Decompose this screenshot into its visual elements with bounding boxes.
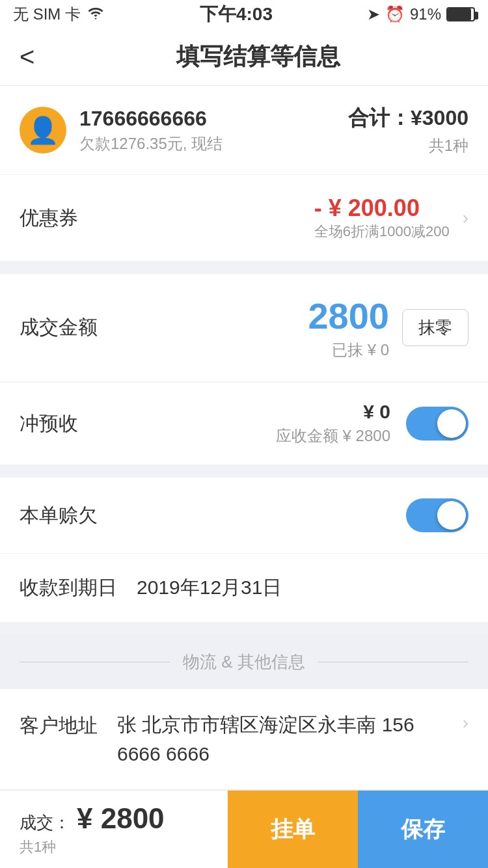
debt-toggle-track — [406, 498, 468, 532]
bottom-summary-top: 成交： ¥ 2800 — [20, 802, 208, 835]
section-divider-2 — [0, 465, 488, 478]
debt-label: 本单赊欠 — [20, 502, 98, 529]
bottom-bar: 成交： ¥ 2800 共1种 挂单 保存 — [0, 790, 488, 868]
location-icon: ➤ — [367, 5, 380, 23]
section-divider-3 — [0, 622, 488, 635]
duedate-value: 2019年12月31日 — [137, 575, 282, 601]
address-row[interactable]: 客户地址 张 北京市市辖区海淀区永丰南 156 6666 6666 › — [0, 689, 488, 789]
customer-row: 👤 17666666666 欠款1276.35元, 现结 合计：¥3000 共1… — [0, 86, 488, 174]
advance-sub: 应收金额 ¥ 2800 — [276, 426, 390, 446]
debt-toggle[interactable] — [406, 498, 468, 532]
back-button[interactable]: < — [20, 42, 47, 72]
duedate-label: 收款到期日 — [20, 575, 117, 601]
section-divider-1 — [0, 261, 488, 274]
coupon-label: 优惠券 — [20, 205, 78, 232]
address-chevron-icon: › — [463, 710, 468, 733]
avatar: 👤 — [20, 107, 66, 154]
status-time: 下午4:03 — [200, 2, 273, 27]
advance-toggle-thumb — [437, 409, 466, 438]
save-button[interactable]: 保存 — [358, 791, 488, 869]
advance-amount: ¥ 0 — [276, 401, 390, 423]
logistics-header-text: 物流 & 其他信息 — [183, 651, 305, 673]
round-button[interactable]: 抹零 — [402, 309, 468, 346]
bottom-summary-count: 共1种 — [20, 837, 208, 857]
user-icon: 👤 — [27, 115, 59, 146]
battery-bar — [446, 7, 475, 21]
save-label: 保存 — [401, 815, 445, 845]
debt-toggle-thumb — [437, 501, 466, 530]
hang-label: 挂单 — [271, 815, 315, 845]
total-amount: 合计：¥3000 — [348, 104, 468, 133]
deal-amount-row: 成交金额 2800 已抹 ¥ 0 抹零 — [0, 274, 488, 382]
advance-toggle[interactable] — [406, 407, 468, 441]
total-count: 共1种 — [348, 135, 468, 156]
status-bar: 无 SIM 卡 下午4:03 ➤ ⏰ 91% — [0, 0, 488, 29]
coupon-desc: 全场6折满1000减200 — [314, 222, 450, 241]
customer-phone: 17666666666 — [79, 107, 348, 131]
customer-info: 17666666666 欠款1276.35元, 现结 — [79, 107, 348, 154]
customer-sub: 欠款1276.35元, 现结 — [79, 133, 348, 154]
coupon-amount: - ¥ 200.00 — [314, 195, 452, 222]
total-label: 合计： — [348, 106, 411, 129]
logistics-section-header: 物流 & 其他信息 — [0, 635, 488, 689]
address-value: 张 北京市市辖区海淀区永丰南 156 6666 6666 — [117, 710, 452, 768]
bottom-summary-label: 成交： — [20, 811, 70, 834]
bottom-summary-amount: ¥ 2800 — [77, 802, 165, 835]
customer-total: 合计：¥3000 共1种 — [348, 104, 468, 156]
bottom-summary: 成交： ¥ 2800 共1种 — [0, 802, 228, 857]
advance-label: 冲预收 — [20, 411, 78, 437]
deal-amount-value: 2800 — [308, 295, 389, 337]
deal-amount-sub: 已抹 ¥ 0 — [308, 340, 389, 360]
coupon-right: - ¥ 200.00 全场6折满1000减200 › — [314, 195, 468, 241]
deal-amount-right: 2800 已抹 ¥ 0 抹零 — [308, 295, 468, 360]
deal-amount-label: 成交金额 — [20, 314, 98, 341]
alarm-icon: ⏰ — [385, 5, 405, 23]
status-left: 无 SIM 卡 — [13, 4, 105, 25]
page-title: 填写结算等信息 — [47, 41, 468, 73]
debt-row: 本单赊欠 — [0, 478, 488, 553]
chevron-right-icon: › — [463, 208, 468, 228]
battery-text: 91% — [410, 5, 441, 23]
hang-button[interactable]: 挂单 — [228, 791, 358, 869]
no-sim-text: 无 SIM 卡 — [13, 4, 81, 25]
nav-bar: < 填写结算等信息 — [0, 29, 488, 86]
duedate-row: 收款到期日 2019年12月31日 — [0, 554, 488, 622]
advance-row: 冲预收 ¥ 0 应收金额 ¥ 2800 — [0, 383, 488, 465]
total-value: ¥3000 — [411, 106, 468, 129]
header-line-left — [20, 662, 170, 662]
address-label: 客户地址 — [20, 710, 98, 739]
advance-value-group: ¥ 0 应收金额 ¥ 2800 — [276, 401, 390, 446]
header-line-right — [318, 662, 468, 662]
coupon-row[interactable]: 优惠券 - ¥ 200.00 全场6折满1000减200 › — [0, 175, 488, 261]
advance-toggle-track — [406, 407, 468, 441]
wifi-icon — [86, 5, 105, 23]
status-right: ➤ ⏰ 91% — [367, 5, 475, 23]
